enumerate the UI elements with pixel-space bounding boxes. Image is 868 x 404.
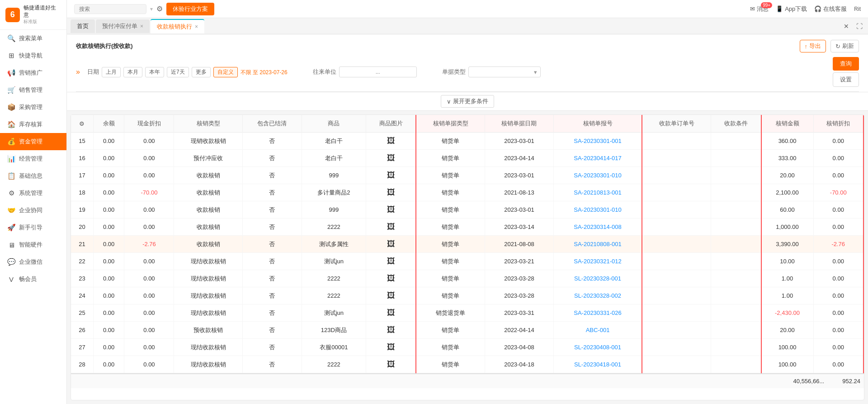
td-verify_bill_date: 2023-03-28 [485,287,554,304]
expand-window-button[interactable]: ⛶ [854,21,864,32]
td-verify_type: 现结收款核销 [174,287,243,304]
td-balance: 0.00 [93,167,124,184]
sidebar-item-purchase[interactable]: 📦采购管理 [0,99,66,116]
td-include_settled: 否 [242,150,302,167]
td-goods_img: 🖼 [366,322,416,339]
bill-no-link[interactable]: SA-20230321-012 [574,258,622,265]
sidebar-item-marketing[interactable]: 📢营销推广 [0,64,66,81]
bill-no-link[interactable]: SA-20230414-017 [574,155,622,162]
td-include_settled: 否 [242,287,302,304]
expand-toggle[interactable]: » [76,68,80,76]
tab-collection[interactable]: 收款核销执行× [151,19,204,33]
td-verify_bill_no[interactable]: SL-20230418-001 [553,356,642,373]
td-include_settled: 否 [242,219,302,236]
bill-no-link[interactable]: SA-20210813-001 [574,189,622,196]
bill-no-link[interactable]: ABC-001 [586,327,610,333]
tab-close-icon[interactable]: × [140,23,143,29]
td-verify_bill_no[interactable]: SA-20210808-001 [553,236,642,253]
bill-no-link[interactable]: SL-20230418-001 [574,361,621,368]
this-month-btn[interactable]: 本月 [123,67,142,77]
export-button[interactable]: ↑ 导出 [800,40,826,52]
sidebar-item-search[interactable]: 🔍搜索菜单 [0,30,66,47]
page-header: 收款核销执行(按收款) ↑ 导出 ↻ 刷新 » [67,34,868,92]
query-button[interactable]: 查询 [833,57,859,71]
td-verify_bill_no[interactable]: SA-20230301-010 [553,167,642,184]
table-row: 250.000.00现结收款核销否测试jun🖼销货退货单2023-03-31SA… [71,304,863,322]
sidebar-item-inventory[interactable]: 🏠库存核算 [0,116,66,133]
sidebar-item-corp[interactable]: 🤝企业协同 [0,202,66,219]
sidebar-item-operation[interactable]: 📊经营管理 [0,150,66,167]
td-verify_type: 收款核销 [174,236,243,253]
td-verify_bill_no[interactable]: SA-20230314-008 [553,219,642,236]
setting-button[interactable]: 设置 [833,72,859,87]
td-no: 24 [71,287,93,304]
td-verify_bill_date: 2022-04-14 [485,322,554,339]
td-verify_bill_no[interactable]: SA-20230301-010 [553,201,642,219]
last7-btn[interactable]: 近7天 [167,67,189,77]
search-input[interactable] [74,4,146,14]
sidebar-item-hardware[interactable]: 🖥智能硬件 [0,236,66,253]
td-verify_bill_no[interactable]: SA-20230301-001 [553,133,642,150]
td-verify_bill_no[interactable]: SA-20230321-012 [553,253,642,270]
td-balance: 0.00 [93,339,124,356]
td-include_settled: 否 [242,322,302,339]
bill-no-link[interactable]: SA-20230301-010 [574,206,622,213]
td-no: 15 [71,133,93,150]
sidebar-item-sales[interactable]: 🛒销售管理 [0,81,66,99]
bill-no-link[interactable]: SA-20210808-001 [574,241,622,247]
th-goods: 商品 [302,115,366,133]
sidebar-item-system[interactable]: ⚙系统管理 [0,185,66,202]
td-goods_img: 🖼 [366,270,416,287]
custom-btn[interactable]: 自定义 [213,67,238,77]
user-menu[interactable]: Rit [854,6,861,12]
bill-no-link[interactable]: SA-20230331-026 [574,309,622,316]
from-unit-input[interactable] [339,67,417,77]
td-no: 26 [71,322,93,339]
last-month-btn[interactable]: 上月 [102,67,121,77]
td-balance: 0.00 [93,270,124,287]
td-goods: 999 [302,167,366,184]
sidebar-item-guide[interactable]: 🚀新手引导 [0,219,66,236]
message-button[interactable]: ✉ 消息 99+ [750,5,769,13]
td-verify_bill_no[interactable]: SL-20230328-001 [553,270,642,287]
td-receipt_order_no [642,150,711,167]
online-service-button[interactable]: 🎧 在线客服 [814,5,847,13]
bill-no-link[interactable]: SA-20230314-008 [574,223,622,230]
td-verify_bill_no[interactable]: SL-20230408-001 [553,339,642,356]
bill-no-link[interactable]: SA-20230301-010 [574,172,622,179]
bill-no-link[interactable]: SL-20230328-002 [574,292,621,299]
this-year-btn[interactable]: 本年 [145,67,164,77]
sidebar-item-label: 智能硬件 [19,241,42,249]
td-goods_img: 🖼 [366,339,416,356]
td-receipt_order_no [642,133,711,150]
expand-more-button[interactable]: ∨ 展开更多条件 [441,95,494,108]
bill-type-select[interactable] [468,67,541,77]
bill-no-link[interactable]: SA-20230301-001 [574,138,622,144]
sidebar-item-wechat[interactable]: 💬企业微信 [0,253,66,271]
more-btn[interactable]: 更多 [192,67,211,77]
td-balance: 0.00 [93,219,124,236]
bill-no-link[interactable]: SL-20230328-001 [574,275,621,282]
sidebar-item-basic[interactable]: 📋基础信息 [0,167,66,185]
td-verify_bill_no[interactable]: ABC-001 [553,322,642,339]
sidebar-item-member[interactable]: V畅会员 [0,271,66,288]
tab-prepay[interactable]: 预付冲应付单× [96,19,150,33]
td-verify_type: 收款核销 [174,219,243,236]
td-verify_bill_no[interactable]: SA-20230331-026 [553,304,642,322]
td-verify_bill_no[interactable]: SA-20230414-017 [553,150,642,167]
settings-icon[interactable]: ⚙ [156,5,163,13]
td-receipt_order_no [642,236,711,253]
table-row: 190.000.00收款核销否999🖼销货单2023-03-01SA-20230… [71,201,863,219]
solution-button[interactable]: 休验行业方案 [166,3,214,15]
bill-no-link[interactable]: SL-20230408-001 [574,344,621,351]
close-window-button[interactable]: ✕ [842,21,851,32]
td-include_settled: 否 [242,184,302,201]
tab-close-icon[interactable]: × [195,24,198,30]
td-verify_bill_no[interactable]: SL-20230328-002 [553,287,642,304]
tab-home[interactable]: 首页 [71,19,95,33]
sidebar-item-nav[interactable]: ⊞快捷导航 [0,47,66,64]
sidebar-item-finance[interactable]: 💰资金管理 [0,133,66,150]
app-download-button[interactable]: 📱 App下载 [776,5,807,13]
refresh-button[interactable]: ↻ 刷新 [830,40,859,52]
td-verify_bill_no[interactable]: SA-20210813-001 [553,184,642,201]
